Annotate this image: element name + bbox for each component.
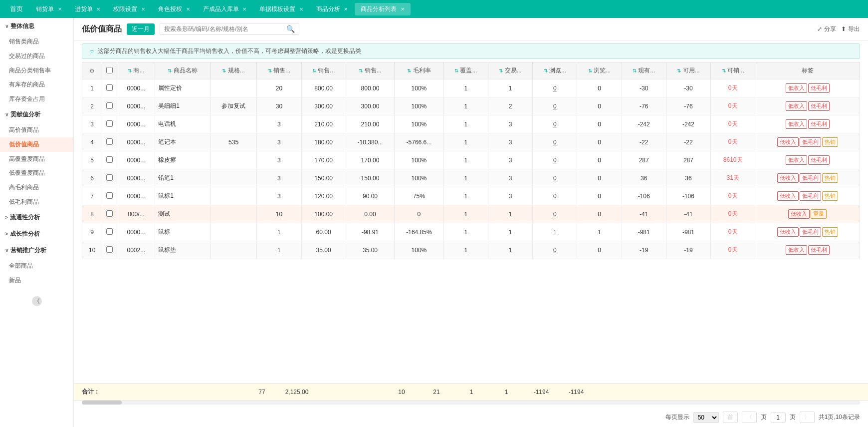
th-code[interactable]: ⇅ 商...: [117, 62, 155, 79]
settings-icon[interactable]: ⚙: [89, 67, 95, 74]
th-col5[interactable]: ⇅ 销售...: [257, 62, 301, 79]
nav-analysis-list[interactable]: 商品分析列表 ✕: [355, 3, 411, 15]
search-icon[interactable]: 🔍: [286, 25, 295, 33]
sidebar-group-contribution[interactable]: ∨ 贡献值分析: [0, 106, 73, 123]
sidebar-collapse-btn[interactable]: 《: [32, 296, 42, 306]
th-margin[interactable]: ⇅ 毛利率: [395, 62, 443, 79]
browse-link[interactable]: 0: [553, 193, 557, 200]
nav-close-production[interactable]: ✕: [242, 6, 246, 12]
browse-link[interactable]: 0: [553, 85, 557, 92]
row-checkbox[interactable]: [106, 174, 113, 181]
first-page-btn[interactable]: 首: [723, 412, 738, 423]
next-page-btn[interactable]: 〉: [800, 412, 815, 423]
sidebar-item-all-products[interactable]: 全部商品: [0, 259, 73, 273]
sidebar-item-stock-capital[interactable]: 库存资金占用: [0, 92, 73, 106]
total-row: 合计： 77 2,125.00 10 21 1 1 -1194 -1194: [74, 384, 868, 401]
nav-purchase[interactable]: 进货单 ✕: [69, 3, 107, 15]
td-checkbox[interactable]: [102, 169, 117, 187]
browse-link[interactable]: 0: [553, 211, 557, 218]
row-checkbox[interactable]: [106, 228, 113, 235]
sidebar-item-low-coverage[interactable]: 低覆盖度商品: [0, 166, 73, 180]
nav-sales[interactable]: 销货单 ✕: [30, 3, 68, 15]
th-settings[interactable]: ⚙: [82, 62, 102, 79]
nav-production[interactable]: 产成品入库单 ✕: [197, 3, 253, 15]
td-browse1: 0: [533, 97, 577, 115]
nav-close-template[interactable]: ✕: [299, 6, 303, 12]
browse-link[interactable]: 0: [553, 157, 557, 164]
nav-permissions[interactable]: 权限设置 ✕: [107, 3, 151, 15]
td-checkbox[interactable]: [102, 151, 117, 169]
select-all-checkbox[interactable]: [106, 67, 113, 73]
sidebar-item-low-margin[interactable]: 低毛利商品: [0, 195, 73, 209]
sidebar-group-general[interactable]: ∨ 整体信息: [0, 18, 73, 34]
per-page-select[interactable]: 50 100: [693, 412, 719, 423]
nav-close-roles[interactable]: ✕: [186, 6, 190, 12]
share-btn[interactable]: ⤢ 分享: [817, 25, 836, 33]
th-browse2[interactable]: ⇅ 浏览...: [577, 62, 622, 79]
th-name[interactable]: ⇅ 商品名称: [155, 62, 211, 79]
per-page-label: 每页显示: [665, 413, 689, 422]
nav-roles[interactable]: 角色授权 ✕: [152, 3, 196, 15]
sidebar-item-high-coverage[interactable]: 高覆盖度商品: [0, 152, 73, 166]
row-checkbox[interactable]: [106, 192, 113, 199]
browse-link[interactable]: 0: [553, 103, 557, 110]
browse-link[interactable]: 0: [553, 175, 557, 182]
prev-page-btn[interactable]: 〈: [742, 412, 757, 423]
td-checkbox[interactable]: [102, 79, 117, 97]
row-checkbox[interactable]: [106, 102, 113, 109]
row-checkbox[interactable]: [106, 84, 113, 91]
browse-link[interactable]: 0: [553, 121, 557, 128]
sidebar-group-marketing[interactable]: ∨ 营销推广分析: [0, 242, 73, 259]
nav-close-sales[interactable]: ✕: [58, 6, 62, 12]
nav-analysis[interactable]: 商品分析 ✕: [310, 3, 354, 15]
horizontal-scrollbar[interactable]: [82, 401, 860, 405]
sidebar-item-stock-products[interactable]: 有库存的商品: [0, 77, 73, 92]
th-available[interactable]: ⇅ 可用...: [666, 62, 710, 79]
browse-link[interactable]: 1: [553, 229, 557, 236]
nav-close-analysis-list[interactable]: ✕: [401, 6, 405, 12]
th-browse1[interactable]: ⇅ 浏览...: [533, 62, 577, 79]
td-checkbox[interactable]: [102, 205, 117, 223]
th-saleable[interactable]: ⇅ 可销...: [711, 62, 755, 79]
td-checkbox[interactable]: [102, 187, 117, 205]
th-coverage[interactable]: ⇅ 覆盖...: [443, 62, 488, 79]
search-input[interactable]: [164, 25, 286, 32]
td-checkbox[interactable]: [102, 223, 117, 241]
td-spec: 535: [210, 133, 256, 151]
row-checkbox[interactable]: [106, 120, 113, 127]
sidebar-item-sales-products[interactable]: 销售类商品: [0, 34, 73, 49]
nav-close-purchase[interactable]: ✕: [96, 6, 100, 12]
sidebar-item-new-products[interactable]: 新品: [0, 273, 73, 288]
td-checkbox[interactable]: [102, 241, 117, 259]
nav-template[interactable]: 单据模板设置 ✕: [253, 3, 309, 15]
sidebar-group-circulation[interactable]: > 流通性分析: [0, 209, 73, 226]
sidebar-item-high-value[interactable]: 高价值商品: [0, 123, 73, 137]
nav-close-permissions[interactable]: ✕: [141, 6, 145, 12]
sidebar-item-traded-products[interactable]: 交易过的商品: [0, 49, 73, 63]
nav-home[interactable]: 首页: [4, 2, 29, 15]
row-checkbox[interactable]: [106, 156, 113, 163]
td-checkbox[interactable]: [102, 115, 117, 133]
th-trade[interactable]: ⇅ 交易...: [488, 62, 532, 79]
nav-close-analysis[interactable]: ✕: [344, 6, 348, 12]
sidebar-item-low-value[interactable]: 低价值商品: [0, 137, 73, 152]
th-col6[interactable]: ⇅ 销售...: [301, 62, 346, 79]
scrollbar-thumb[interactable]: [82, 401, 122, 405]
current-page-input[interactable]: [771, 413, 786, 423]
td-checkbox[interactable]: [102, 133, 117, 151]
th-col7[interactable]: ⇅ 销售...: [346, 62, 394, 79]
export-btn[interactable]: ⬆ 导出: [841, 25, 860, 33]
row-checkbox[interactable]: [106, 138, 113, 145]
td-checkbox[interactable]: [102, 97, 117, 115]
browse-link[interactable]: 0: [553, 139, 557, 146]
browse-link[interactable]: 0: [553, 247, 557, 254]
th-current[interactable]: ⇅ 现有...: [622, 62, 666, 79]
sidebar-item-high-margin[interactable]: 高毛利商品: [0, 180, 73, 195]
row-checkbox[interactable]: [106, 246, 113, 253]
th-checkbox[interactable]: [102, 62, 117, 79]
filter-recent-month-btn[interactable]: 近一月: [127, 23, 155, 35]
row-checkbox[interactable]: [106, 210, 113, 217]
sidebar-item-category-sales-rate[interactable]: 商品分类销售率: [0, 63, 73, 78]
sidebar-group-growth[interactable]: > 成长性分析: [0, 226, 73, 242]
th-spec[interactable]: ⇅ 规格...: [210, 62, 256, 79]
